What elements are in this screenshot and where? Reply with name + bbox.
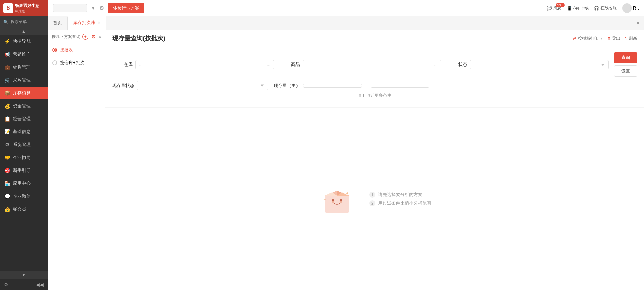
scheme-by-warehouse-batch-label: 按仓库+批次 <box>60 60 85 66</box>
range-dash: — <box>364 83 369 88</box>
sidebar-item-purchase[interactable]: 🛒 采购管理 <box>0 74 48 87</box>
notification-badge: 99+ <box>556 3 565 7</box>
tab-inventory-batch[interactable]: 库存批次账 ✕ <box>68 16 106 30</box>
sidebar-item-newbie[interactable]: 🎯 新手引导 <box>0 164 48 177</box>
sidebar-item-enterprise[interactable]: 🤝 企业协同 <box>0 151 48 164</box>
sidebar-item-sales[interactable]: 💼 销售管理 <box>0 61 48 74</box>
app-download-label: App下载 <box>573 5 589 11</box>
query-settings-wrap: 查询 设置 <box>614 52 637 77</box>
sidebar-item-label: 基础信息 <box>13 129 31 135</box>
export-icon: ⬆ <box>607 36 611 41</box>
page-title: 现存量查询(按批次) <box>112 34 165 47</box>
left-panel-header: 按以下方案查询 + ⚙ « <box>48 30 105 43</box>
scheme-by-batch-label: 按批次 <box>60 47 73 53</box>
operations-icon: 📋 <box>4 116 10 122</box>
empty-state-content: ✦ ✦ 1 请先选择要分析的方案 2 用过滤条件来缩小分析范围 <box>318 180 431 218</box>
inventory-status-select[interactable]: ▼ <box>137 81 268 90</box>
filter-area: 仓库 ··· ··· 商品 ··· 状态 <box>105 47 644 107</box>
sidebar-item-label: 营销推广 <box>13 51 31 57</box>
sidebar-item-system[interactable]: ⚙ 系统管理 <box>0 138 48 151</box>
sidebar-scroll-up[interactable]: ▲ <box>0 28 48 35</box>
collapse-up-icon: ⬆⬆ <box>358 93 365 98</box>
sidebar-item-label: 销售管理 <box>13 64 31 70</box>
sidebar-item-operations[interactable]: 📋 经营管理 <box>0 112 48 125</box>
online-service-btn[interactable]: 🎧 在线客服 <box>594 5 617 11</box>
warehouse-label: 仓库 <box>112 61 133 68</box>
empty-box-svg: ✦ ✦ <box>318 180 356 218</box>
svg-text:✦: ✦ <box>323 198 326 201</box>
topbar-gear-icon[interactable]: ⚙ <box>99 5 104 11</box>
sidebar-scroll-down[interactable]: ▼ <box>0 271 48 279</box>
trial-btn[interactable]: 体验行业方案 <box>108 3 144 13</box>
refresh-label: 刷新 <box>629 36 637 41</box>
inventory-qty-label: 现存量（主） <box>274 83 300 89</box>
refresh-icon: ↻ <box>624 36 628 41</box>
sidebar-search[interactable]: 🔍 搜索菜单 <box>0 16 48 28</box>
refresh-btn[interactable]: ↻ 刷新 <box>624 36 637 41</box>
status-select[interactable]: ▼ <box>470 60 609 69</box>
tab-inventory-batch-label: 库存批次账 <box>73 20 95 26</box>
topbar-dropdown-icon[interactable]: ▼ <box>91 6 95 11</box>
left-panel: 按以下方案查询 + ⚙ « 按批次 按仓库+批次 <box>48 30 105 290</box>
warehouse-filter: 仓库 ··· ··· <box>112 60 274 69</box>
hint-text-1: 请先选择要分析的方案 <box>378 192 422 198</box>
print-dropdown-icon[interactable]: ▼ <box>600 37 603 40</box>
settings-btn[interactable]: 设置 <box>614 65 637 77</box>
tab-area-close-icon[interactable]: ✕ <box>636 20 640 26</box>
sidebar-item-label: 系统管理 <box>13 142 31 148</box>
print-btn[interactable]: 🖨 按模板打印 ▼ <box>573 36 603 41</box>
collapse-more-btn[interactable]: ⬆⬆ 收起更多条件 <box>112 90 637 101</box>
tab-home[interactable]: 首页 <box>48 17 68 30</box>
scheme-settings-icon[interactable]: ⚙ <box>90 34 97 40</box>
tab-close-icon[interactable]: ✕ <box>97 20 101 25</box>
scheme-by-warehouse-batch[interactable]: 按仓库+批次 <box>48 56 105 69</box>
inventory-qty-to[interactable] <box>371 84 430 88</box>
purchase-icon: 🛒 <box>4 77 10 83</box>
topbar-search-input[interactable] <box>53 4 87 12</box>
system-icon: ⚙ <box>4 142 10 148</box>
message-icon: 💬 <box>547 6 552 11</box>
sidebar-item-marketing[interactable]: 📢 营销推广 <box>0 48 48 61</box>
inventory-status-filter: 现存量状态 ▼ <box>112 81 268 90</box>
product-dots-icon: ··· <box>434 62 438 67</box>
sidebar-item-label: 采购管理 <box>13 77 31 83</box>
add-scheme-icon[interactable]: + <box>82 34 88 40</box>
app-title: 畅康通好生意 <box>15 3 39 9</box>
query-btn[interactable]: 查询 <box>614 52 637 63</box>
main-content: ▼ ⚙ 体验行业方案 💬 消息 99+ 📱 App下载 🎧 在线客服 Rit <box>48 0 644 290</box>
sidebar-item-label: 应用中心 <box>13 180 31 186</box>
warehouse-input[interactable]: ··· ··· <box>135 60 274 69</box>
sidebar-item-wechat[interactable]: 💬 企业微信 <box>0 190 48 203</box>
sidebar-item-quick-nav[interactable]: ⚡ 快捷导航 <box>0 35 48 48</box>
product-input[interactable]: ··· <box>303 60 441 69</box>
tab-home-label: 首页 <box>53 20 62 26</box>
warehouse-value: ··· <box>139 62 143 67</box>
inventory-qty-from[interactable] <box>303 84 362 88</box>
print-label: 按模板打印 <box>578 36 598 41</box>
collapse-panel-icon[interactable]: « <box>99 34 101 39</box>
radio-by-warehouse-batch <box>52 60 57 65</box>
export-btn[interactable]: ⬆ 导出 <box>607 36 620 41</box>
sidebar-item-app-center[interactable]: 🏪 应用中心 <box>0 177 48 190</box>
radio-by-batch <box>52 48 57 52</box>
sidebar-item-inventory[interactable]: 📦 库存核算 <box>0 87 48 99</box>
page-header-actions: 🖨 按模板打印 ▼ ⬆ 导出 ↻ 刷新 <box>573 36 637 46</box>
user-menu[interactable]: Rit <box>622 3 639 13</box>
vip-icon: 👑 <box>4 206 10 212</box>
sidebar-item-basics[interactable]: 📝 基础信息 <box>0 125 48 138</box>
messages-btn[interactable]: 💬 消息 99+ <box>547 5 561 11</box>
scheme-by-batch[interactable]: 按批次 <box>48 43 105 56</box>
newbie-icon: 🎯 <box>4 167 10 174</box>
quick-nav-icon: ⚡ <box>4 38 10 44</box>
hint-num-2: 2 <box>369 200 375 206</box>
tabs-bar: 首页 库存批次账 ✕ ✕ <box>48 16 644 30</box>
sidebar-item-finance[interactable]: 💰 资金管理 <box>0 99 48 112</box>
settings-footer-icon[interactable]: ⚙ <box>4 282 9 287</box>
status-filter: 状态 ▼ <box>447 60 609 69</box>
app-download-btn[interactable]: 📱 App下载 <box>567 5 589 11</box>
app-logo: 6 <box>3 3 13 13</box>
sidebar-item-vip[interactable]: 👑 畅会员 <box>0 203 48 216</box>
avatar <box>622 3 632 13</box>
empty-hint-2: 2 用过滤条件来缩小分析范围 <box>369 200 431 206</box>
collapse-sidebar-icon[interactable]: ◀◀ <box>36 282 44 287</box>
